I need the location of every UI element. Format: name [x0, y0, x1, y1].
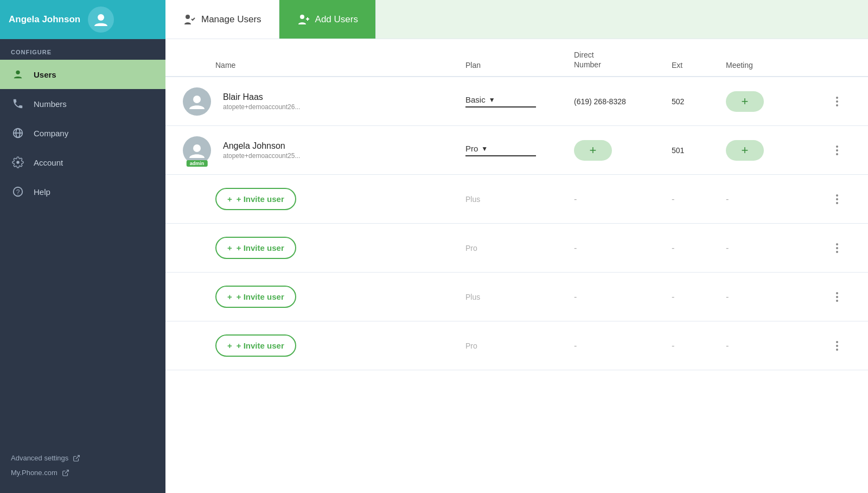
sidebar-item-users[interactable]: Users: [0, 60, 165, 89]
user-name-angela: Angela Johnson: [223, 141, 465, 151]
invite-label: + Invite user: [237, 194, 284, 204]
col-header-plan: Plan: [465, 61, 574, 69]
invite-user-button-4[interactable]: + + Invite user: [215, 334, 296, 357]
invite-direct-4: -: [574, 341, 672, 351]
invite-row: + + Invite user Plus - - -: [165, 273, 868, 321]
user-avatar-angela: admin: [183, 136, 211, 165]
invite-plan-2: Pro: [465, 244, 574, 252]
user-email-blair: atopete+demoaccount26...: [223, 103, 465, 111]
more-dot: [836, 146, 838, 148]
more-dot: [836, 198, 838, 200]
more-dot: [836, 104, 838, 106]
add-direct-number-angela[interactable]: +: [574, 140, 612, 161]
ext-angela: 501: [672, 146, 726, 155]
advanced-settings-link[interactable]: Advanced settings: [11, 451, 155, 465]
user-name-blair: Blair Haas: [223, 92, 465, 102]
configure-label: CONFIGURE: [0, 39, 165, 60]
more-dot: [836, 194, 838, 197]
more-dot: [836, 202, 838, 204]
help-icon: ?: [11, 185, 25, 199]
main-content: Manage Users Add Users Name Plan DirectN…: [165, 0, 868, 493]
invite-icon: +: [227, 194, 232, 204]
invite-row: + + Invite user Pro - - -: [165, 321, 868, 370]
advanced-settings-label: Advanced settings: [11, 454, 68, 462]
sidebar-item-account[interactable]: Account: [0, 148, 165, 177]
invite-row: + + Invite user Plus - - -: [165, 175, 868, 224]
more-menu-angela[interactable]: [824, 141, 851, 160]
more-menu-blair[interactable]: [824, 92, 851, 111]
ext-blair: 502: [672, 97, 726, 106]
plan-select-angela[interactable]: Pro ▼: [465, 144, 536, 156]
user-info-angela: Angela Johnson atopete+demoaccount25...: [215, 141, 465, 160]
sidebar-item-numbers[interactable]: Numbers: [0, 89, 165, 118]
phone-icon: [11, 97, 25, 111]
users-icon: [11, 67, 25, 81]
sidebar-item-help[interactable]: ? Help: [0, 177, 165, 206]
invite-user-button-1[interactable]: + + Invite user: [215, 188, 296, 210]
invite-row: + + Invite user Pro - - -: [165, 224, 868, 273]
add-users-label: Add Users: [315, 14, 358, 25]
more-menu-invite-2[interactable]: [824, 239, 851, 257]
sidebar-bottom: Advanced settings My.Phone.com: [0, 442, 165, 493]
plan-value-blair: Basic: [465, 95, 486, 104]
user-email-angela: atopete+demoaccount25...: [223, 152, 465, 160]
more-dot: [836, 243, 838, 245]
invite-meeting-1: -: [726, 194, 824, 204]
table-header: Name Plan DirectNumber Ext Meeting: [165, 39, 868, 77]
more-dot: [836, 300, 838, 302]
invite-ext-3: -: [672, 292, 726, 302]
invite-icon: +: [227, 243, 232, 252]
invite-user-button-2[interactable]: + + Invite user: [215, 237, 296, 259]
invite-icon: +: [227, 292, 232, 301]
more-menu-invite-1[interactable]: [824, 190, 851, 208]
more-menu-invite-4[interactable]: [824, 337, 851, 355]
more-dot: [836, 296, 838, 298]
direct-number-blair: (619) 268-8328: [574, 97, 672, 106]
invite-ext-4: -: [672, 341, 726, 351]
sidebar-item-label-account: Account: [34, 158, 63, 167]
sidebar-item-company[interactable]: Company: [0, 118, 165, 148]
invite-label: + Invite user: [237, 243, 284, 252]
more-dot: [836, 345, 838, 347]
svg-point-14: [193, 96, 201, 103]
invite-direct-3: -: [574, 292, 672, 302]
user-info-blair: Blair Haas atopete+demoaccount26...: [215, 92, 465, 111]
add-meeting-blair[interactable]: +: [726, 91, 764, 112]
globe-icon: [11, 126, 25, 140]
invite-meeting-3: -: [726, 292, 824, 302]
svg-line-8: [76, 455, 79, 458]
col-header-meeting: Meeting: [726, 61, 824, 69]
more-dot: [836, 251, 838, 253]
tab-add-users[interactable]: Add Users: [279, 0, 376, 39]
sidebar-header-name: Angela Johnson: [9, 14, 80, 25]
invite-meeting-4: -: [726, 341, 824, 351]
col-header-name: Name: [215, 61, 465, 69]
sidebar-item-label-users: Users: [34, 70, 56, 79]
settings-icon: [11, 155, 25, 169]
add-meeting-angela[interactable]: +: [726, 140, 764, 161]
invite-ext-1: -: [672, 194, 726, 204]
sidebar-item-label-company: Company: [34, 129, 68, 138]
users-table: Name Plan DirectNumber Ext Meeting Blair…: [165, 39, 868, 493]
more-dot: [836, 149, 838, 151]
avatar: [88, 7, 114, 33]
more-dot: [836, 292, 838, 294]
invite-direct-2: -: [574, 243, 672, 253]
tab-manage-users[interactable]: Manage Users: [165, 0, 279, 39]
invite-meeting-2: -: [726, 243, 824, 253]
my-phone-link[interactable]: My.Phone.com: [11, 465, 155, 480]
more-dot: [836, 100, 838, 103]
svg-point-11: [300, 15, 304, 19]
more-dot: [836, 247, 838, 249]
invite-plan-1: Plus: [465, 195, 574, 204]
invite-user-button-3[interactable]: + + Invite user: [215, 286, 296, 308]
svg-point-5: [16, 161, 20, 164]
table-row: Blair Haas atopete+demoaccount26... Basi…: [165, 77, 868, 126]
plan-select-blair[interactable]: Basic ▼: [465, 95, 536, 108]
svg-point-1: [16, 71, 20, 74]
my-phone-label: My.Phone.com: [11, 469, 58, 477]
invite-icon: +: [227, 341, 232, 350]
manage-users-label: Manage Users: [201, 14, 261, 25]
user-avatar-blair: [183, 87, 211, 116]
more-menu-invite-3[interactable]: [824, 288, 851, 306]
